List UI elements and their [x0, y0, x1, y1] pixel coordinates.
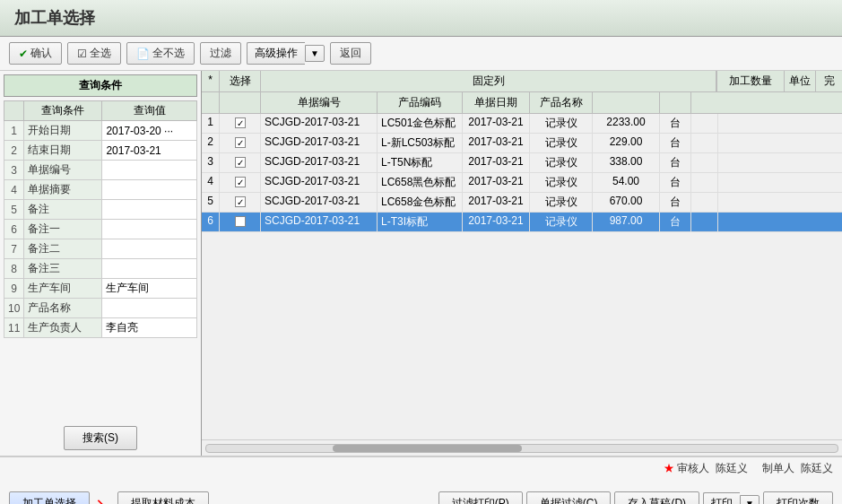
- star-header: *: [202, 71, 220, 91]
- row-num-cell: 3: [202, 153, 220, 172]
- row-num-cell: 6: [202, 213, 220, 231]
- row-checkbox[interactable]: [235, 177, 246, 187]
- order-no-cell: SCJGD-2017-03-21: [261, 134, 378, 152]
- unit-cell: 台: [660, 213, 691, 231]
- checkbox-icon: ☑: [77, 48, 87, 60]
- deselect-all-button[interactable]: 📄 全不选: [126, 42, 195, 65]
- search-condition-row: 3 单据编号: [4, 161, 197, 180]
- condition-value[interactable]: [102, 239, 197, 259]
- search-condition-row: 7 备注二: [4, 239, 197, 259]
- checkbox-cell[interactable]: [220, 173, 261, 192]
- process-select-button[interactable]: 加工单选择: [9, 491, 90, 504]
- date-cell: 2017-03-21: [463, 153, 530, 172]
- condition-value[interactable]: [102, 161, 197, 180]
- condition-value[interactable]: 生产车间: [102, 279, 197, 299]
- condition-value[interactable]: [102, 180, 197, 200]
- back-button[interactable]: 返回: [330, 42, 371, 65]
- condition-label: 开始日期: [24, 121, 102, 141]
- advanced-dropdown-button[interactable]: ▼: [305, 45, 325, 62]
- get-material-cost-button[interactable]: 提取材料成本: [117, 491, 209, 504]
- page-title: 加工单选择: [14, 9, 95, 27]
- search-condition-row: 1 开始日期 2017-03-20 ···: [4, 121, 197, 141]
- row-num: 4: [4, 180, 24, 200]
- condition-label: 生产车间: [24, 279, 102, 299]
- done-cell: [691, 213, 718, 231]
- checkbox-cell[interactable]: [220, 134, 261, 152]
- row-num: 6: [4, 220, 24, 239]
- checkbox-cell[interactable]: [220, 153, 261, 172]
- qty-cell: 987.00: [593, 213, 660, 231]
- advanced-main-button[interactable]: 高级操作: [247, 42, 305, 65]
- row-num: 9: [4, 279, 24, 299]
- filter-print-button[interactable]: 过滤打印(P): [438, 491, 523, 504]
- condition-label: 单据编号: [24, 161, 102, 180]
- condition-value[interactable]: 李自亮: [102, 318, 197, 338]
- conditions-table: 查询条件 查询值 1 开始日期 2017-03-20 ··· 2 结束日期 20…: [4, 100, 197, 421]
- condition-value[interactable]: [102, 299, 197, 318]
- row-num: 5: [4, 200, 24, 220]
- row-checkbox[interactable]: [235, 117, 246, 128]
- advanced-button-group: 高级操作 ▼: [247, 42, 325, 65]
- date-cell: 2017-03-21: [463, 114, 530, 133]
- horizontal-scrollbar[interactable]: [202, 439, 842, 456]
- scroll-thumb: [333, 445, 522, 452]
- print-main-button[interactable]: 打印: [703, 492, 740, 504]
- condition-value[interactable]: [102, 200, 197, 220]
- condition-label: 生产负责人: [24, 318, 102, 338]
- table-row[interactable]: 1 SCJGD-2017-03-21 LC501金色标配 2017-03-21 …: [202, 114, 842, 134]
- checkbox-cell[interactable]: [220, 193, 261, 212]
- qty-header: 加工数量: [716, 71, 784, 91]
- print-times-button[interactable]: 打印次数: [763, 491, 833, 504]
- done-cell: [691, 114, 718, 133]
- row-checkbox[interactable]: [235, 137, 246, 148]
- unit-cell: 台: [660, 193, 691, 212]
- grid-body[interactable]: 1 SCJGD-2017-03-21 LC501金色标配 2017-03-21 …: [202, 114, 842, 439]
- fixed-col-label: 固定列: [261, 71, 716, 91]
- left-panel: 查询条件 查询条件 查询值 1 开始日期 2017-03-20 ··· 2 结束…: [0, 71, 202, 456]
- checkbox-cell[interactable]: [220, 114, 261, 133]
- print-dropdown-button[interactable]: ▼: [740, 495, 760, 504]
- date-cell: 2017-03-21: [463, 193, 530, 212]
- bottom-actions: 加工单选择 ↘ 提取材料成本 过滤打印(P) 单据过滤(C) 存入草稿(D) 打…: [0, 488, 842, 504]
- main-content: 查询条件 查询条件 查询值 1 开始日期 2017-03-20 ··· 2 结束…: [0, 71, 842, 456]
- row-num: 11: [4, 318, 24, 338]
- table-row[interactable]: 5 SCJGD-2017-03-21 LC658金色标配 2017-03-21 …: [202, 193, 842, 213]
- unit-header: 单位: [784, 71, 815, 91]
- save-draft-button[interactable]: 存入草稿(D): [614, 491, 699, 504]
- search-condition-row: 10 产品名称: [4, 299, 197, 318]
- condition-value[interactable]: [102, 220, 197, 239]
- condition-value[interactable]: 2017-03-20 ···: [102, 121, 197, 141]
- condition-label: 产品名称: [24, 299, 102, 318]
- row-checkbox[interactable]: [235, 216, 246, 227]
- row-num: 2: [4, 141, 24, 161]
- search-btn-area: 搜索(S): [0, 421, 201, 456]
- confirm-button[interactable]: ✔ 确认: [9, 42, 62, 65]
- table-row[interactable]: 3 SCJGD-2017-03-21 L-T5N标配 2017-03-21 记录…: [202, 153, 842, 173]
- search-condition-row: 5 备注: [4, 200, 197, 220]
- checkbox-cell[interactable]: [220, 213, 261, 231]
- col-condition-header: 查询条件: [24, 101, 102, 121]
- filter-button[interactable]: 过滤: [200, 42, 241, 65]
- condition-value[interactable]: [102, 259, 197, 279]
- table-row[interactable]: 6 SCJGD-2017-03-21 L-T3I标配 2017-03-21 记录…: [202, 213, 842, 232]
- condition-value[interactable]: 2017-03-21: [102, 141, 197, 161]
- col-num-header: [4, 101, 24, 121]
- single-filter-button[interactable]: 单据过滤(C): [526, 491, 612, 504]
- done-cell: [691, 134, 718, 152]
- row-checkbox[interactable]: [235, 196, 246, 207]
- scroll-track: [205, 444, 838, 453]
- table-row[interactable]: 4 SCJGD-2017-03-21 LC658黑色标配 2017-03-21 …: [202, 173, 842, 193]
- condition-label: 备注二: [24, 239, 102, 259]
- search-condition-row: 8 备注三: [4, 259, 197, 279]
- product-name-cell: 记录仪: [530, 134, 593, 152]
- row-num: 8: [4, 259, 24, 279]
- date-header: 单据日期: [463, 92, 530, 113]
- search-button[interactable]: 搜索(S): [64, 426, 137, 450]
- select-all-button[interactable]: ☑ 全选: [67, 42, 121, 65]
- arrow-icon: ↘: [95, 493, 110, 505]
- reviewer-name: 陈廷义: [716, 462, 748, 474]
- title-bar: 加工单选择: [0, 0, 842, 37]
- table-row[interactable]: 2 SCJGD-2017-03-21 L-新LC503标配 2017-03-21…: [202, 134, 842, 153]
- row-checkbox[interactable]: [235, 157, 246, 168]
- row-num: 7: [4, 239, 24, 259]
